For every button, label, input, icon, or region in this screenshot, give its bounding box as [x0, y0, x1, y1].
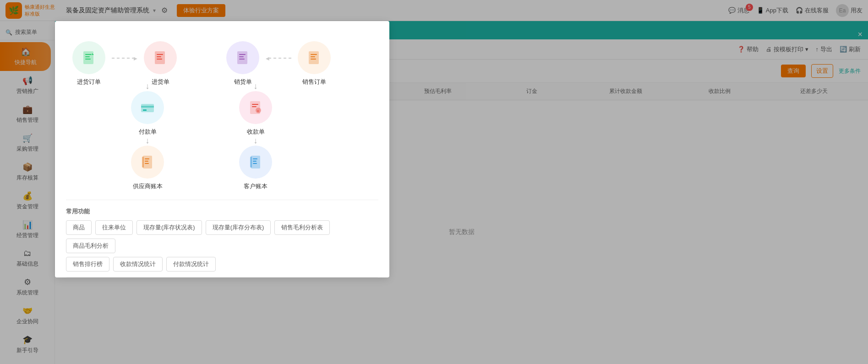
svg-rect-7 — [157, 59, 162, 60]
customer-ledger-label: 客户账本 — [244, 182, 267, 190]
flow-item-purchase-bill: 进货单 — [137, 41, 183, 86]
supplier-ledger-icon — [131, 146, 164, 179]
svg-text:¥: ¥ — [257, 109, 259, 113]
svg-rect-23 — [311, 59, 316, 60]
payment-icon — [131, 91, 164, 124]
svg-rect-1 — [85, 54, 92, 55]
svg-rect-30 — [253, 158, 257, 159]
flow-item-payment: 付款单 — [125, 91, 170, 136]
svg-rect-17 — [239, 54, 246, 55]
func-btn-stock-status[interactable]: 现存量(库存状况表) — [136, 220, 202, 235]
flow-item-supplier-ledger: 供应商账本 — [125, 146, 170, 190]
svg-rect-29 — [251, 156, 260, 168]
func-btn-goods[interactable]: 商品 — [66, 220, 92, 235]
sales-order-icon — [298, 41, 331, 74]
receipt-label: 收款单 — [247, 128, 265, 136]
svg-rect-32 — [253, 163, 257, 164]
flow-item-sales-bill: 销货单 — [220, 41, 266, 86]
quick-nav-overlay[interactable]: 进货订单 ▶ — [0, 0, 868, 364]
svg-rect-11 — [143, 156, 152, 168]
svg-rect-14 — [145, 163, 149, 164]
svg-rect-2 — [85, 56, 90, 57]
customer-ledger-icon — [239, 146, 272, 179]
svg-rect-3 — [85, 59, 91, 60]
flow-item-sales-order: 销售订单 — [291, 41, 337, 86]
func-btn-contacts[interactable]: 往来单位 — [95, 220, 133, 235]
func-btn-sales-margin-analysis[interactable]: 销售毛利分析表 — [274, 220, 330, 235]
common-functions-title: 常用功能 — [66, 207, 378, 216]
flow-item-customer-ledger: 客户账本 — [233, 146, 278, 190]
svg-rect-18 — [239, 56, 244, 57]
func-buttons-row-2: 销售排行榜 收款情况统计 付款情况统计 — [66, 257, 378, 272]
purchase-order-icon — [72, 41, 105, 74]
supplier-ledger-label: 供应商账本 — [133, 182, 163, 190]
svg-rect-8 — [141, 104, 154, 112]
flow-item-purchase-order: 进货订单 — [66, 41, 112, 86]
func-btn-stock-distribution[interactable]: 现存量(库存分布表) — [206, 220, 271, 235]
modal-scrollbar[interactable]: ◀ ▶ — [66, 277, 378, 277]
svg-rect-26 — [252, 106, 257, 107]
svg-rect-9 — [141, 106, 154, 108]
svg-rect-20 — [309, 51, 319, 64]
svg-rect-16 — [237, 51, 247, 64]
svg-rect-13 — [145, 161, 148, 162]
svg-rect-15 — [142, 157, 144, 168]
flow-diagram: 进货订单 ▶ — [66, 32, 378, 200]
sales-order-label: 销售订单 — [302, 78, 326, 86]
svg-rect-33 — [250, 157, 252, 168]
svg-rect-21 — [311, 54, 317, 55]
svg-rect-22 — [311, 56, 315, 57]
flow-item-receipt: ¥ 收款单 — [233, 91, 278, 136]
func-btn-goods-margin[interactable]: 商品毛利分析 — [66, 239, 115, 253]
common-functions-section: 常用功能 商品 往来单位 现存量(库存状况表) 现存量(库存分布表) 销售毛利分… — [66, 200, 378, 272]
svg-rect-4 — [155, 51, 165, 64]
quick-nav-modal: 进货订单 ▶ — [55, 21, 389, 277]
purchase-bill-icon — [144, 41, 177, 74]
sales-bill-label: 销货单 — [234, 78, 252, 86]
purchase-bill-label: 进货单 — [152, 78, 169, 86]
svg-rect-10 — [143, 109, 147, 111]
svg-rect-12 — [145, 158, 149, 159]
svg-rect-31 — [253, 161, 257, 162]
func-buttons-row-1: 商品 往来单位 现存量(库存状况表) 现存量(库存分布表) 销售毛利分析表 商品… — [66, 220, 378, 253]
func-btn-sales-ranking[interactable]: 销售排行榜 — [66, 257, 109, 272]
svg-rect-6 — [157, 56, 161, 57]
receipt-icon: ¥ — [239, 91, 272, 124]
sales-bill-icon — [226, 41, 259, 74]
svg-rect-25 — [252, 104, 258, 105]
purchase-order-label: 进货订单 — [77, 78, 101, 86]
func-btn-collection-stats[interactable]: 收款情况统计 — [113, 257, 163, 272]
svg-rect-0 — [83, 51, 93, 64]
svg-rect-5 — [157, 54, 163, 55]
svg-rect-19 — [239, 59, 245, 60]
func-btn-payment-stats[interactable]: 付款情况统计 — [166, 257, 216, 272]
payment-label: 付款单 — [139, 128, 157, 136]
